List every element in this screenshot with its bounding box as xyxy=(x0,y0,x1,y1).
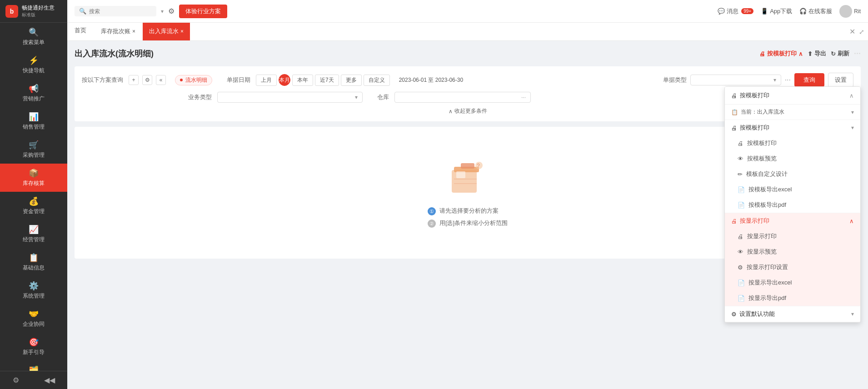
dropdown-item-template-preview[interactable]: 👁 按模板预览 xyxy=(725,151,860,166)
sidebar-item-label: 库存核算 xyxy=(23,180,45,187)
sidebar-item-label: 新手引导 xyxy=(23,349,45,356)
tab-close-btn[interactable]: ✕ xyxy=(849,27,855,36)
sidebar-item-sales[interactable]: 📊 销售管理 xyxy=(0,107,67,135)
sidebar-item-finance[interactable]: 💰 资金管理 xyxy=(0,192,67,220)
date-btn-current-month[interactable]: 本月 xyxy=(279,74,290,86)
warehouse-select[interactable]: ··· xyxy=(394,92,531,103)
refresh-btn[interactable]: ↻ 刷新 xyxy=(831,50,849,58)
filter-settings-btn[interactable]: ⚙ xyxy=(142,75,152,85)
sidebar-item-marketing[interactable]: 📢 营销推广 xyxy=(0,79,67,107)
dropdown-item-display-print[interactable]: 🖨 按显示打印 xyxy=(725,229,860,244)
sidebar-item-guide[interactable]: 🎯 新手引导 xyxy=(0,333,67,361)
print-template-btn[interactable]: 🖨 按模板打印 ∧ xyxy=(759,50,803,58)
headset-icon: 🎧 xyxy=(799,8,807,15)
dropdown-item-template-pdf[interactable]: 📄 按模板导出pdf xyxy=(725,197,860,213)
topbar-gear-icon[interactable]: ⚙ xyxy=(168,7,175,15)
tab-flow-close[interactable]: × xyxy=(180,28,184,35)
date-btn-7days[interactable]: 近7天 xyxy=(315,75,339,86)
filter-add-btn[interactable]: + xyxy=(129,75,139,85)
collab-icon: 🤝 xyxy=(29,309,39,319)
type-more-icon[interactable]: ··· xyxy=(785,76,791,84)
sidebar-item-label: 资金管理 xyxy=(23,208,45,215)
svg-text:?: ? xyxy=(477,163,480,169)
search-input[interactable] xyxy=(89,8,144,15)
sidebar-item-operation[interactable]: 📈 经营管理 xyxy=(0,220,67,248)
export-btn[interactable]: ⬆ 导出 xyxy=(808,50,826,58)
dropdown-item-template-print[interactable]: 🖨 按模板打印 xyxy=(725,135,860,151)
dropdown-collapse-icon[interactable]: ∧ xyxy=(849,92,854,99)
tab-maximize-btn[interactable]: ⤢ xyxy=(859,28,864,35)
sidebar-item-basic[interactable]: 📋 基础信息 xyxy=(0,248,67,276)
sidebar-item-label: 采购管理 xyxy=(23,151,45,159)
basic-icon: 📋 xyxy=(29,253,39,263)
date-btn-more[interactable]: 更多 xyxy=(341,75,362,86)
tab-inventory-batch[interactable]: 库存批次账 × xyxy=(94,23,143,40)
current-chevron[interactable]: ▾ xyxy=(851,109,854,115)
more-actions-icon[interactable]: ··· xyxy=(854,49,861,59)
dropdown-item-template-custom[interactable]: ✏ 模板自定义设计 xyxy=(725,166,860,182)
sidebar-item-app-center[interactable]: 🗂️ 应用中心 xyxy=(0,361,67,371)
printer-icon: 🖨 xyxy=(759,50,765,57)
date-btn-prev-month[interactable]: 上月 xyxy=(256,75,277,86)
tab-home[interactable]: 首页 xyxy=(67,23,94,40)
dropdown-header: 🖨 按模板打印 ∧ xyxy=(725,87,860,105)
filter-label: 按以下方案查询 xyxy=(82,76,123,84)
settings-bottom-icon[interactable]: ⚙ xyxy=(13,376,19,384)
user-avatar xyxy=(839,5,852,18)
app-download-btn[interactable]: 📱 App下载 xyxy=(761,7,792,15)
system-icon: ⚙️ xyxy=(29,281,39,291)
tab-controls: ✕ ⤢ xyxy=(846,23,868,40)
query-btn[interactable]: 查询 xyxy=(794,73,824,87)
empty-step-2: ② 用[选]条件来缩小分析范围 xyxy=(428,219,508,228)
filter-tag: 流水明细 xyxy=(175,75,212,85)
sidebar-logo-text: 畅捷通好生意 标准版 xyxy=(22,4,55,18)
dropdown-item-display-settings[interactable]: ⚙ 按显示打印设置 xyxy=(725,259,860,275)
export-icon: ⬆ xyxy=(808,50,813,57)
dropdown-item-template-excel[interactable]: 📄 按模板导出excel xyxy=(725,182,860,197)
date-btn-year[interactable]: 本年 xyxy=(292,75,313,86)
dropdown-item-display-pdf[interactable]: 📄 按显示导出pdf xyxy=(725,290,860,306)
topbar-right: 💬 消息 99+ 📱 App下载 🎧 在线客服 Rit xyxy=(718,5,861,18)
sidebar-item-quick-nav[interactable]: ⚡ 快捷导航 xyxy=(0,51,67,79)
message-btn[interactable]: 💬 消息 99+ xyxy=(718,7,753,15)
date-btn-custom[interactable]: 自定义 xyxy=(364,75,390,86)
sidebar-item-collab[interactable]: 🤝 企业协同 xyxy=(0,304,67,333)
dropdown-section-default-title[interactable]: ⚙ 设置默认功能 ▾ xyxy=(725,306,860,322)
sidebar: b 畅捷通好生意 标准版 🔍 搜索菜单 ⚡ 快捷导航 📢 营销推广 📊 销售管理… xyxy=(0,0,67,389)
filter-collapse-btn[interactable]: « xyxy=(156,75,166,85)
date-filter-label: 单据日期 xyxy=(227,76,250,84)
refresh-icon: ↻ xyxy=(831,50,836,57)
search-chevron-icon[interactable]: ▾ xyxy=(161,8,164,15)
tab-flow[interactable]: 出入库流水 × xyxy=(143,23,190,40)
dropdown-item-display-excel[interactable]: 📄 按显示导出excel xyxy=(725,275,860,290)
business-type-select[interactable]: ▾ xyxy=(217,92,363,103)
dropdown-section-display-title[interactable]: 🖨 按显示打印 ∧ xyxy=(725,213,860,229)
message-icon: 💬 xyxy=(718,8,725,15)
sidebar-item-purchase[interactable]: 🛒 采购管理 xyxy=(0,135,67,164)
finance-icon: 💰 xyxy=(29,196,39,206)
app-download-icon: 📱 xyxy=(761,8,768,15)
sidebar-item-label: 快捷导航 xyxy=(23,67,45,75)
search-icon: 🔍 xyxy=(29,27,39,37)
type-select[interactable]: ▾ xyxy=(690,75,781,85)
dropdown-item-display-preview[interactable]: 👁 按显示预览 xyxy=(725,244,860,259)
dropdown-section-template-title[interactable]: 🖨 按模板打印 ▾ xyxy=(725,120,860,135)
sidebar-item-system[interactable]: ⚙️ 系统管理 xyxy=(0,276,67,304)
username: Rit xyxy=(854,8,861,15)
main-area: 🔍 ▾ ⚙ 体验行业方案 💬 消息 99+ 📱 App下载 🎧 在线客服 Rit xyxy=(67,0,868,389)
online-service-btn[interactable]: 🎧 在线客服 xyxy=(799,7,832,15)
tab-inventory-batch-close[interactable]: × xyxy=(132,28,135,35)
filter-tag-label: 流水明细 xyxy=(185,76,207,84)
user-avatar-area[interactable]: Rit xyxy=(839,5,861,18)
page-title-text: 出入库流水(流水明细) xyxy=(75,48,154,59)
filter-tag-dot xyxy=(180,79,183,81)
warehouse-more-icon[interactable]: ··· xyxy=(521,94,526,100)
collapse-sidebar-icon[interactable]: ◀◀ xyxy=(44,376,55,384)
printer-section-icon: 🖨 xyxy=(731,125,737,131)
topbar-search-box[interactable]: 🔍 xyxy=(75,6,156,16)
trial-btn[interactable]: 体验行业方案 xyxy=(179,5,227,18)
sidebar-item-inventory[interactable]: 📦 库存核算 xyxy=(0,164,67,192)
sidebar-item-search[interactable]: 🔍 搜索菜单 xyxy=(0,23,67,51)
current-icon: 📋 xyxy=(731,109,738,115)
settings-btn[interactable]: 设置 xyxy=(828,73,853,87)
